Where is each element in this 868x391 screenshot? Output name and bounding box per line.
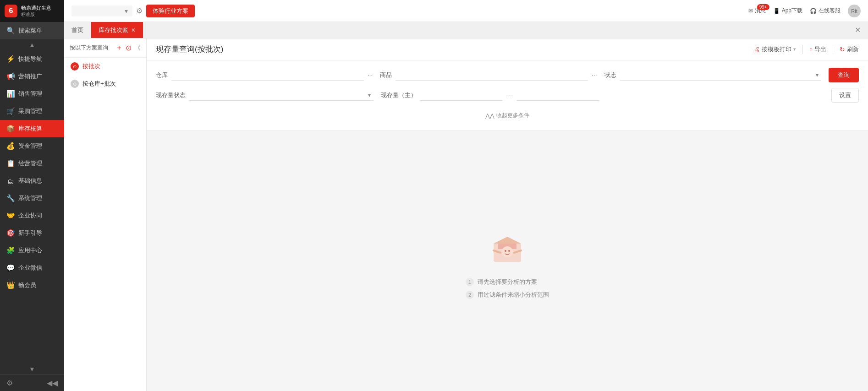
sidebar-item-inventory[interactable]: 📦 库存核算 — [0, 120, 64, 137]
right-content: 现存量查询(按批次) 🖨 按模板打印 ▾ ↑ 导出 ↻ 刷 — [147, 38, 868, 391]
sidebar-item-enterprise[interactable]: 🤝 企业协同 — [0, 207, 64, 224]
app-name: 畅康通好生意 标准版 — [21, 5, 51, 17]
wechat-icon: 💬 — [6, 264, 15, 272]
page-title: 现存量查询(按批次) — [156, 44, 223, 54]
sidebar-item-quick-nav[interactable]: ⚡ 快捷导航 — [0, 50, 64, 68]
svg-point-4 — [505, 250, 506, 252]
sidebar-item-marketing[interactable]: 📢 营销推广 — [0, 68, 64, 85]
finance-icon: 💰 — [6, 142, 15, 150]
tab-home[interactable]: 首页 — [64, 22, 91, 38]
inventory-status-select-wrap: 全部 ▾ — [189, 90, 374, 101]
sidebar-item-finance[interactable]: 💰 资金管理 — [0, 137, 64, 155]
tab-close-inventory-batch[interactable]: ✕ — [131, 27, 136, 33]
messages-badge: 99+ — [757, 4, 769, 10]
filter-row-2: 现存量状态 全部 ▾ 现存量（主） — — [156, 88, 859, 103]
qty-dash: — — [506, 92, 513, 99]
inventory-qty-from[interactable] — [420, 90, 503, 101]
inventory-qty-to[interactable] — [516, 90, 599, 101]
status-label: 状态 — [604, 71, 616, 79]
footer-settings-icon[interactable]: ⚙ — [6, 379, 13, 387]
app-logo: 6 — [5, 5, 17, 17]
refresh-icon: ↻ — [840, 46, 845, 53]
export-btn[interactable]: ↑ 导出 — [809, 45, 826, 54]
left-panel-actions: ＋ ⊙ 《 — [115, 43, 141, 53]
tabbar: 首页 库存批次账 ✕ ✕ — [64, 22, 868, 38]
sidebar-item-basic[interactable]: 🗂 基础信息 — [0, 172, 64, 190]
filter-status: 状态 全部 ▾ — [604, 70, 821, 81]
page-header: 现存量查询(按批次) 🖨 按模板打印 ▾ ↑ 导出 ↻ 刷 — [147, 38, 868, 60]
empty-illustration — [480, 223, 535, 269]
plan-settings-btn[interactable]: ⊙ — [126, 43, 132, 52]
sidebar-item-sales[interactable]: 📊 销售管理 — [0, 85, 64, 103]
enterprise-icon: 🤝 — [6, 212, 15, 220]
app-download-btn[interactable]: 📱 App下载 — [773, 7, 802, 15]
messages-btn[interactable]: ✉ 消息 99+ — [748, 7, 766, 15]
warehouse-more-btn[interactable]: ··· — [368, 71, 373, 79]
settings-btn[interactable]: 设置 — [831, 88, 859, 103]
experience-btn[interactable]: 体验行业方案 — [146, 5, 195, 17]
sidebar-item-operations[interactable]: 📋 经营管理 — [0, 155, 64, 172]
status-select-wrap: 全部 ▾ — [620, 70, 821, 81]
avatar: Rit — [848, 5, 861, 17]
topbar-left: ▾ ⚙ 体验行业方案 — [71, 5, 743, 17]
filter-inventory-status: 现存量状态 全部 ▾ — [156, 90, 374, 101]
warehouse-input[interactable] — [171, 70, 364, 81]
filter-inventory-qty: 现存量（主） — — [381, 90, 599, 101]
print-dropdown-icon[interactable]: ▾ — [793, 46, 796, 52]
member-icon: 👑 — [6, 281, 15, 289]
content-area: 按以下方案查询 ＋ ⊙ 《 ⊙ 按批次 ⊙ 按仓库+批次 — [64, 38, 868, 391]
sales-icon: 📊 — [6, 90, 15, 98]
main-area: ▾ ⚙ 体验行业方案 ✉ 消息 99+ 📱 App下载 🎧 在线客服 Rit — [64, 0, 868, 391]
collapse-panel-btn[interactable]: 《 — [134, 44, 141, 52]
topbar-dropdown-btn[interactable]: ▾ — [125, 7, 128, 15]
sidebar-item-search[interactable]: 🔍 搜索菜单 — [0, 22, 64, 39]
add-plan-btn[interactable]: ＋ — [115, 43, 123, 53]
user-avatar-btn[interactable]: Rit — [848, 5, 861, 17]
quick-nav-icon: ⚡ — [6, 55, 15, 63]
sidebar-scroll-up[interactable]: ▲ — [0, 39, 64, 50]
basic-icon: 🗂 — [6, 177, 15, 185]
refresh-btn[interactable]: ↻ 刷新 — [840, 45, 859, 54]
sidebar-item-wechat[interactable]: 💬 企业微信 — [0, 259, 64, 277]
sidebar-item-apps[interactable]: 🧩 应用中心 — [0, 242, 64, 259]
app-download-icon: 📱 — [773, 8, 780, 14]
collapse-bar[interactable]: ⋀⋀ 收起更多条件 — [156, 108, 859, 123]
svg-point-3 — [502, 246, 513, 257]
newbie-icon: 🎯 — [6, 229, 15, 237]
product-more-btn[interactable]: ··· — [592, 71, 597, 79]
tab-inventory-batch[interactable]: 库存批次账 ✕ — [91, 22, 143, 38]
query-btn[interactable]: 查询 — [829, 68, 859, 82]
plan-item-warehouse-batch[interactable]: ⊙ 按仓库+批次 — [64, 75, 146, 92]
inventory-status-select[interactable]: 全部 — [189, 90, 374, 101]
svg-marker-1 — [494, 237, 521, 244]
plan-item-batch[interactable]: ⊙ 按批次 — [64, 58, 146, 75]
sidebar-item-member[interactable]: 👑 畅会员 — [0, 277, 64, 294]
product-input[interactable] — [396, 70, 588, 81]
filter-row-1: 仓库 ··· 商品 ··· 状态 — [156, 68, 859, 82]
empty-tips: 1 请先选择要分析的方案 2 用过滤条件来缩小分析范围 — [466, 278, 549, 299]
topbar-gear-btn[interactable]: ⚙ — [136, 6, 143, 15]
footer-collapse-icon[interactable]: ◀◀ — [47, 379, 58, 387]
sidebar-scroll-down[interactable]: ▼ — [0, 364, 64, 375]
sidebar-item-newbie[interactable]: 🎯 新手引导 — [0, 224, 64, 242]
marketing-icon: 📢 — [6, 72, 15, 81]
sidebar-item-purchase[interactable]: 🛒 采购管理 — [0, 103, 64, 120]
inventory-qty-label: 现存量（主） — [381, 91, 417, 99]
sidebar-header: 6 畅康通好生意 标准版 — [0, 0, 64, 22]
topbar-search-input[interactable] — [76, 8, 122, 14]
inventory-icon: 📦 — [6, 125, 15, 133]
system-icon: 🔧 — [6, 194, 15, 202]
product-label: 商品 — [380, 71, 392, 79]
print-btn[interactable]: 🖨 按模板打印 ▾ — [753, 45, 796, 54]
left-panel: 按以下方案查询 ＋ ⊙ 《 ⊙ 按批次 ⊙ 按仓库+批次 — [64, 38, 147, 391]
sidebar-footer: ⚙ ◀◀ — [0, 375, 64, 391]
svg-point-5 — [508, 250, 510, 252]
online-service-btn[interactable]: 🎧 在线客服 — [810, 7, 841, 15]
divider-2 — [833, 45, 833, 54]
print-icon: 🖨 — [753, 46, 760, 53]
sidebar-item-system[interactable]: 🔧 系统管理 — [0, 190, 64, 207]
empty-svg — [484, 225, 530, 266]
status-select[interactable]: 全部 — [620, 70, 821, 81]
tab-close-all-btn[interactable]: ✕ — [847, 22, 868, 38]
topbar-right: ✉ 消息 99+ 📱 App下载 🎧 在线客服 Rit — [748, 5, 861, 17]
